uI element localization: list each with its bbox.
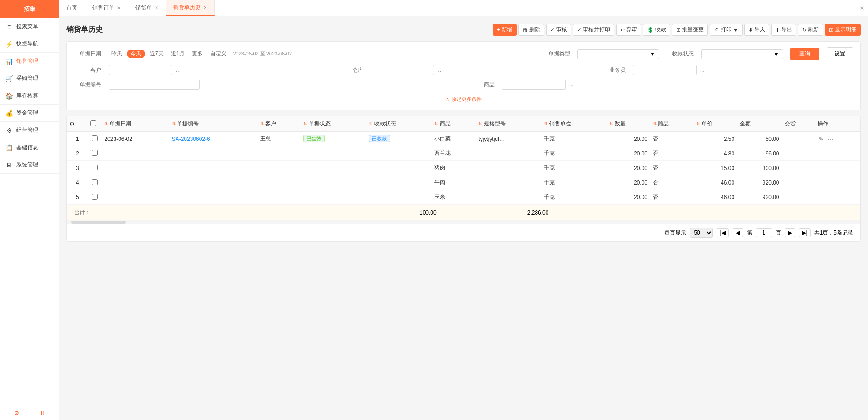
- row-2-collect-status: [366, 146, 431, 161]
- sidebar-settings-icon[interactable]: ⚙: [14, 410, 19, 416]
- goods-dots[interactable]: ...: [569, 81, 574, 88]
- sidebar-item-ops-mgmt[interactable]: ⚙ 经营管理: [0, 122, 59, 139]
- row-3-select[interactable]: [92, 165, 98, 170]
- shortcut-more[interactable]: 更多: [189, 50, 206, 58]
- shortcut-yesterday[interactable]: 昨天: [109, 50, 125, 58]
- table-header-delivery[interactable]: 交货: [782, 116, 815, 132]
- new-button[interactable]: + 新增: [493, 24, 517, 36]
- row-4-docno: [169, 175, 257, 190]
- doc-no-input[interactable]: [109, 80, 200, 90]
- sidebar-item-search-menu[interactable]: ≡ 搜索菜单: [0, 18, 59, 35]
- row-2-select[interactable]: [92, 150, 98, 156]
- export-button[interactable]: ⬆ 导出: [771, 24, 796, 36]
- table-header-goods[interactable]: ⇅ 商品: [431, 116, 476, 132]
- tab-sales-history-close[interactable]: ✕: [203, 5, 207, 10]
- warehouse-input[interactable]: [371, 65, 434, 75]
- data-table: ⚙ ⇅ 单据日期 ⇅ 单据编号 ⇅ 客户 ⇅ 单据状态 ⇅ 收款状态 ⇅ 商品 …: [67, 116, 860, 205]
- customer-dots[interactable]: ...: [176, 67, 181, 73]
- collect-button[interactable]: 💲 收款: [643, 24, 670, 36]
- sidebar-item-fund-mgmt[interactable]: 💰 资金管理: [0, 105, 59, 122]
- row-5-checkbox[interactable]: [88, 190, 101, 205]
- table-row: 5 玉米 千克 20.00 否 46.00 920.00: [67, 190, 860, 205]
- setting-button[interactable]: 设置: [827, 47, 853, 60]
- next-page-btn[interactable]: ▶: [785, 228, 795, 237]
- salesperson-dots[interactable]: ...: [700, 67, 705, 73]
- row-1-ops: ✎ ⋯: [815, 132, 860, 146]
- customer-input[interactable]: [109, 65, 172, 75]
- tab-sales-goods[interactable]: 销货单 ✕: [128, 0, 166, 16]
- audit-button[interactable]: ✓ 审核: [546, 24, 571, 36]
- refresh-button[interactable]: ↻ 刷新: [798, 24, 823, 36]
- row-1-checkbox[interactable]: [88, 132, 101, 146]
- row-1-edit-btn[interactable]: ✎: [818, 136, 825, 142]
- last-page-btn[interactable]: ▶|: [799, 228, 811, 237]
- page-size-select[interactable]: 50 20 100: [690, 228, 713, 238]
- table-header-amount[interactable]: 金额: [737, 116, 782, 132]
- goods-filter-input[interactable]: [502, 80, 566, 90]
- export-label: 导出: [781, 26, 792, 34]
- abandon-button[interactable]: ↩ 弃审: [616, 24, 641, 36]
- table-header-gift[interactable]: ⇅ 赠品: [650, 116, 694, 132]
- table-header-price[interactable]: ⇅ 单价: [694, 116, 738, 132]
- tab-sales-history[interactable]: 销货单历史 ✕: [166, 0, 215, 16]
- row-4-checkbox[interactable]: [88, 175, 101, 190]
- table-header-docno[interactable]: ⇅ 单据编号: [169, 116, 257, 132]
- row-1-more-btn[interactable]: ⋯: [827, 136, 835, 142]
- row-1-docno-link[interactable]: SA-20230602-6: [172, 136, 210, 142]
- page-title: 销货单历史: [66, 25, 103, 35]
- sidebar-item-base-info[interactable]: 📋 基础信息: [0, 139, 59, 156]
- collect-status-select[interactable]: ▼: [701, 49, 783, 59]
- shortcut-1month[interactable]: 近1月: [168, 50, 188, 58]
- sidebar-pause-icon[interactable]: ⏸: [40, 410, 45, 416]
- sort-spec-icon: ⇅: [478, 121, 482, 126]
- table-header-spec[interactable]: ⇅ 规格型号: [476, 116, 541, 132]
- tab-sales-order-close[interactable]: ✕: [117, 5, 120, 10]
- sidebar-item-purchase-mgmt[interactable]: 🛒 采购管理: [0, 70, 59, 87]
- sidebar-item-label: 库存核算: [16, 92, 38, 100]
- prev-page-btn[interactable]: ◀: [733, 228, 743, 237]
- scrollbar-area[interactable]: [67, 220, 860, 224]
- shortcut-today[interactable]: 今天: [127, 50, 145, 58]
- tab-home[interactable]: 首页: [59, 0, 85, 16]
- row-4-select[interactable]: [92, 179, 98, 185]
- import-button[interactable]: ⬇ 导入: [744, 24, 769, 36]
- doc-type-select[interactable]: ▼: [577, 49, 659, 59]
- row-5-select[interactable]: [92, 194, 98, 200]
- sidebar-item-inventory-calc[interactable]: 🏠 库存核算: [0, 87, 59, 105]
- row-2-checkbox[interactable]: [88, 146, 101, 161]
- close-all-tabs[interactable]: ✕: [860, 5, 868, 11]
- warehouse-dots[interactable]: ...: [438, 67, 442, 73]
- table-header-date[interactable]: ⇅ 单据日期: [101, 116, 169, 132]
- tab-sales-order[interactable]: 销售订单 ✕: [85, 0, 128, 16]
- select-all-checkbox[interactable]: [90, 120, 96, 126]
- table-header-checkbox[interactable]: [88, 116, 101, 132]
- current-page-input[interactable]: [756, 228, 772, 237]
- row-3-gift: 否: [650, 161, 694, 175]
- table-header-doc-status[interactable]: ⇅ 单据状态: [301, 116, 366, 132]
- first-page-btn[interactable]: |◀: [717, 228, 728, 237]
- query-button[interactable]: 查询: [790, 48, 819, 60]
- show-detail-button[interactable]: ⊞ 显示明细: [825, 24, 861, 36]
- tab-sales-goods-close[interactable]: ✕: [155, 5, 158, 10]
- shortcut-7days[interactable]: 近7天: [147, 50, 166, 58]
- row-3-checkbox[interactable]: [88, 161, 101, 175]
- sidebar-item-sys-mgmt[interactable]: 🖥 系统管理: [0, 156, 59, 174]
- table-header-collect-status[interactable]: ⇅ 收款状态: [366, 116, 431, 132]
- sidebar-item-sales-mgmt[interactable]: 📊 销售管理: [0, 53, 59, 70]
- sidebar-item-quick-nav[interactable]: ⚡ 快捷导航: [0, 35, 59, 53]
- print-button[interactable]: 🖨 打印 ▼: [710, 24, 743, 36]
- audit-print-button[interactable]: ✓ 审核并打印: [573, 24, 614, 36]
- table-header-customer[interactable]: ⇅ 客户: [257, 116, 301, 132]
- row-1-select[interactable]: [92, 135, 98, 141]
- table-header-qty[interactable]: ⇅ 数量: [607, 116, 650, 132]
- salesperson-input[interactable]: [633, 65, 697, 75]
- sort-customer-icon: ⇅: [260, 121, 264, 126]
- row-4-spec: [476, 175, 541, 190]
- shortcut-custom[interactable]: 自定义: [207, 50, 229, 58]
- row-1-docno[interactable]: SA-20230602-6: [169, 132, 257, 146]
- table-header-settings[interactable]: ⚙: [67, 116, 88, 132]
- table-header-unit[interactable]: ⇅ 销售单位: [541, 116, 607, 132]
- delete-button[interactable]: 🗑 删除: [518, 24, 544, 36]
- collapse-button[interactable]: ∧ 收起更多条件: [74, 94, 853, 105]
- batch-change-button[interactable]: ⊞ 批量变更: [672, 24, 708, 36]
